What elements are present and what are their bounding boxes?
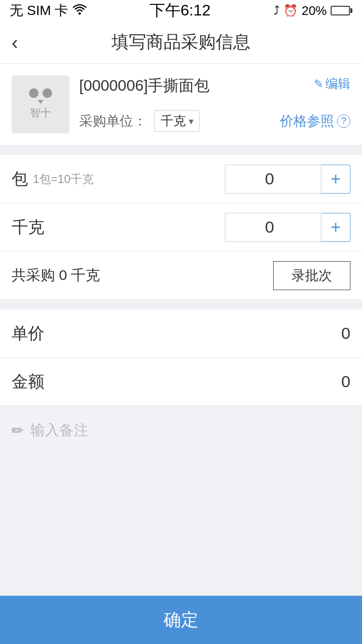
- unit-label: 采购单位：: [79, 112, 147, 130]
- pencil-icon: ✏: [12, 422, 24, 439]
- unit-price-value: 0: [341, 324, 350, 343]
- notes-placeholder: 输入备注: [30, 420, 88, 440]
- amount-value: 0: [341, 372, 350, 391]
- quantity-section: 包 1包=10千克 + 千克 +: [0, 155, 362, 252]
- kg-input[interactable]: [225, 213, 321, 242]
- total-label: 共采购 0 千克: [12, 266, 100, 285]
- section-divider-1: [0, 145, 362, 155]
- bao-sublabel: 1包=10千克: [33, 171, 94, 187]
- battery-pct: 20%: [302, 3, 327, 18]
- status-left: 无 SIM 卡: [10, 1, 86, 20]
- bao-label: 包: [12, 168, 28, 190]
- unit-price-row: 单价 0: [0, 309, 362, 358]
- status-right: ⤴ ⏰ 20%: [274, 3, 352, 18]
- section-divider-2: [0, 300, 362, 309]
- product-image: 智十: [12, 75, 70, 133]
- kg-plus-button[interactable]: +: [321, 213, 350, 242]
- kg-row: 千克 +: [0, 203, 362, 252]
- price-section: 单价 0 金额 0: [0, 309, 362, 406]
- help-icon: ?: [337, 114, 350, 128]
- kg-input-wrapper: +: [225, 213, 350, 242]
- page-title: 填写商品采购信息: [111, 30, 251, 54]
- total-row: 共采购 0 千克 录批次: [0, 252, 362, 300]
- product-info: [0000006]手撕面包 ✎ 编辑 采购单位： 千克 ▾ 价格参照 ?: [79, 75, 350, 132]
- unit-value: 千克: [161, 112, 186, 129]
- status-bar: 无 SIM 卡 下午6:12 ⤴ ⏰ 20%: [0, 0, 362, 21]
- amount-label: 金额: [12, 371, 44, 393]
- edit-button[interactable]: ✎ 编辑: [314, 75, 350, 92]
- kg-label: 千克: [12, 216, 44, 238]
- confirm-button[interactable]: 确定: [0, 596, 362, 644]
- bao-plus-button[interactable]: +: [321, 165, 350, 194]
- bao-input-wrapper: +: [225, 165, 350, 194]
- chevron-down-icon: ▾: [189, 115, 194, 127]
- no-sim-text: 无 SIM 卡: [10, 1, 68, 20]
- status-time: 下午6:12: [150, 0, 210, 21]
- unit-price-label: 单价: [12, 322, 44, 345]
- price-ref-button[interactable]: 价格参照 ?: [280, 112, 350, 130]
- svg-point-0: [79, 12, 81, 14]
- bao-row: 包 1包=10千克 +: [0, 155, 362, 203]
- edit-label: 编辑: [325, 75, 350, 92]
- product-name: [0000006]手撕面包: [79, 75, 209, 97]
- product-card: 智十 [0000006]手撕面包 ✎ 编辑 采购单位： 千克 ▾ 价格参照 ?: [0, 64, 362, 145]
- alarm-icon: ⏰: [283, 4, 298, 17]
- battery-icon: [331, 6, 352, 15]
- notes-section[interactable]: ✏ 输入备注: [0, 406, 362, 455]
- amount-row: 金额 0: [0, 358, 362, 406]
- bao-input[interactable]: [225, 165, 321, 194]
- bottom-spacer: [0, 455, 362, 551]
- nav-bar: ‹ 填写商品采购信息: [0, 21, 362, 64]
- wifi-icon: [73, 3, 86, 18]
- unit-select[interactable]: 千克 ▾: [154, 110, 200, 132]
- batch-button[interactable]: 录批次: [273, 261, 350, 290]
- edit-icon: ✎: [314, 77, 323, 91]
- price-ref-label: 价格参照: [280, 112, 334, 130]
- location-icon: ⤴: [274, 4, 279, 17]
- back-button[interactable]: ‹: [12, 33, 18, 52]
